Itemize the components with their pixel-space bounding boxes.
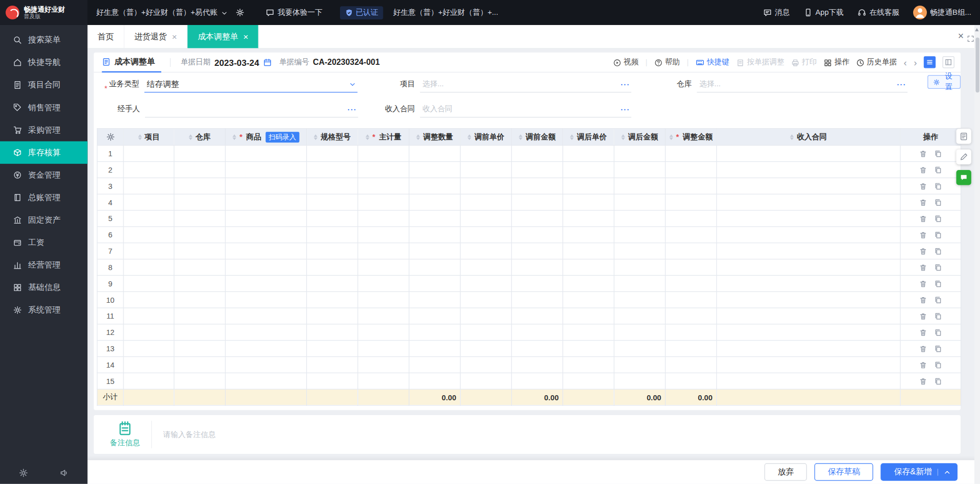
column-header-8[interactable]: 调后单价 bbox=[563, 129, 614, 146]
sort-arrows-icon[interactable] bbox=[519, 134, 522, 140]
cell[interactable] bbox=[124, 357, 174, 373]
cell[interactable] bbox=[124, 146, 174, 162]
cell[interactable] bbox=[174, 357, 225, 373]
tab-cost-adjustment[interactable]: 成本调整单× bbox=[188, 25, 259, 48]
cell[interactable] bbox=[614, 324, 665, 341]
sidebar-item-baseinfo[interactable]: 基础信息 bbox=[0, 276, 87, 299]
cell[interactable] bbox=[409, 146, 460, 162]
app-logo[interactable]: 畅捷通好业财 普及版 bbox=[0, 0, 87, 25]
income-contract-select[interactable]: 收入合同 ··· bbox=[420, 101, 631, 117]
sort-arrows-icon[interactable] bbox=[189, 134, 192, 140]
cell[interactable] bbox=[358, 373, 409, 389]
calendar-icon[interactable] bbox=[263, 57, 272, 68]
copy-row-icon[interactable] bbox=[934, 328, 942, 336]
cell[interactable] bbox=[563, 373, 614, 389]
cell[interactable] bbox=[717, 292, 900, 308]
copy-row-icon[interactable] bbox=[934, 181, 942, 190]
cell[interactable] bbox=[460, 243, 511, 259]
cell[interactable] bbox=[717, 373, 900, 389]
ellipsis-icon[interactable]: ··· bbox=[621, 106, 630, 114]
cell[interactable] bbox=[124, 178, 174, 194]
save-draft-button[interactable]: 保存草稿 bbox=[815, 463, 873, 480]
cell[interactable] bbox=[460, 227, 511, 243]
list-view-toggle[interactable] bbox=[924, 56, 936, 68]
cell[interactable] bbox=[563, 227, 614, 243]
cell[interactable] bbox=[563, 324, 614, 341]
delete-row-icon[interactable] bbox=[919, 295, 927, 304]
sidebar-item-nav[interactable]: 快捷导航 bbox=[0, 51, 87, 74]
feedback-pen-icon[interactable] bbox=[956, 150, 971, 164]
sort-arrows-icon[interactable] bbox=[669, 134, 673, 140]
cell[interactable] bbox=[307, 227, 358, 243]
column-header-7[interactable]: 调前金额 bbox=[511, 129, 562, 146]
sort-arrows-icon[interactable] bbox=[314, 134, 317, 140]
delete-row-icon[interactable] bbox=[919, 181, 927, 190]
column-header-6[interactable]: 调前单价 bbox=[460, 129, 511, 146]
cell[interactable] bbox=[409, 275, 460, 292]
cell[interactable] bbox=[409, 227, 460, 243]
sort-arrows-icon[interactable] bbox=[365, 134, 369, 140]
copy-row-icon[interactable] bbox=[934, 344, 942, 353]
cell[interactable] bbox=[409, 292, 460, 308]
cell[interactable] bbox=[358, 341, 409, 357]
cell[interactable] bbox=[225, 243, 306, 259]
column-header-4[interactable]: *主计量 bbox=[358, 129, 409, 146]
cell[interactable] bbox=[563, 243, 614, 259]
cell[interactable] bbox=[358, 259, 409, 276]
cell[interactable] bbox=[665, 210, 716, 227]
delete-row-icon[interactable] bbox=[919, 262, 927, 271]
delete-row-icon[interactable] bbox=[919, 344, 927, 353]
cell[interactable] bbox=[225, 259, 306, 276]
cell[interactable] bbox=[511, 308, 562, 324]
cell[interactable] bbox=[409, 243, 460, 259]
cell[interactable] bbox=[174, 146, 225, 162]
cell[interactable] bbox=[563, 162, 614, 178]
cell[interactable] bbox=[665, 259, 716, 276]
copy-row-icon[interactable] bbox=[934, 247, 942, 255]
cell[interactable] bbox=[460, 292, 511, 308]
sidebar-item-system[interactable]: 系统管理 bbox=[0, 299, 87, 321]
cell[interactable] bbox=[174, 259, 225, 276]
cell[interactable] bbox=[717, 357, 900, 373]
cell[interactable] bbox=[511, 146, 562, 162]
sidebar-item-assets[interactable]: 固定资产 bbox=[0, 209, 87, 231]
cell[interactable] bbox=[614, 357, 665, 373]
tab-home[interactable]: 首页 bbox=[87, 25, 124, 48]
cell[interactable] bbox=[358, 210, 409, 227]
cell[interactable] bbox=[460, 357, 511, 373]
cell[interactable] bbox=[307, 308, 358, 324]
cell[interactable] bbox=[511, 373, 562, 389]
copy-row-icon[interactable] bbox=[934, 230, 942, 239]
cell[interactable] bbox=[460, 308, 511, 324]
announcement-icon[interactable] bbox=[59, 468, 68, 478]
cell[interactable] bbox=[460, 275, 511, 292]
cell[interactable] bbox=[225, 373, 306, 389]
cell[interactable] bbox=[717, 210, 900, 227]
cell[interactable] bbox=[717, 324, 900, 341]
cell[interactable] bbox=[409, 259, 460, 276]
cell[interactable] bbox=[665, 243, 716, 259]
cell[interactable] bbox=[717, 259, 900, 276]
cell[interactable] bbox=[665, 227, 716, 243]
product-promo[interactable]: 好生意（普）+好业财（普）+... bbox=[393, 7, 498, 18]
remark-block[interactable]: 备注信息 bbox=[105, 421, 145, 448]
doc-date-value[interactable]: 2023-03-24 bbox=[214, 57, 259, 67]
cell[interactable] bbox=[307, 243, 358, 259]
cell[interactable] bbox=[717, 146, 900, 162]
cell[interactable] bbox=[511, 210, 562, 227]
cell[interactable] bbox=[460, 373, 511, 389]
cell[interactable] bbox=[358, 308, 409, 324]
cell[interactable] bbox=[225, 178, 306, 194]
cell[interactable] bbox=[174, 194, 225, 210]
project-select[interactable]: 选择... ··· bbox=[420, 76, 631, 92]
cell[interactable] bbox=[665, 146, 716, 162]
product-switcher[interactable]: 好生意（普）+好业财（普）+易代账 bbox=[96, 7, 228, 18]
cell[interactable] bbox=[665, 275, 716, 292]
cell[interactable] bbox=[358, 275, 409, 292]
delete-row-icon[interactable] bbox=[919, 214, 927, 223]
cell[interactable] bbox=[358, 146, 409, 162]
close-tab-icon[interactable]: × bbox=[172, 32, 177, 41]
cell[interactable] bbox=[511, 227, 562, 243]
app-download-link[interactable]: App下载 bbox=[803, 7, 844, 18]
cell[interactable] bbox=[225, 357, 306, 373]
